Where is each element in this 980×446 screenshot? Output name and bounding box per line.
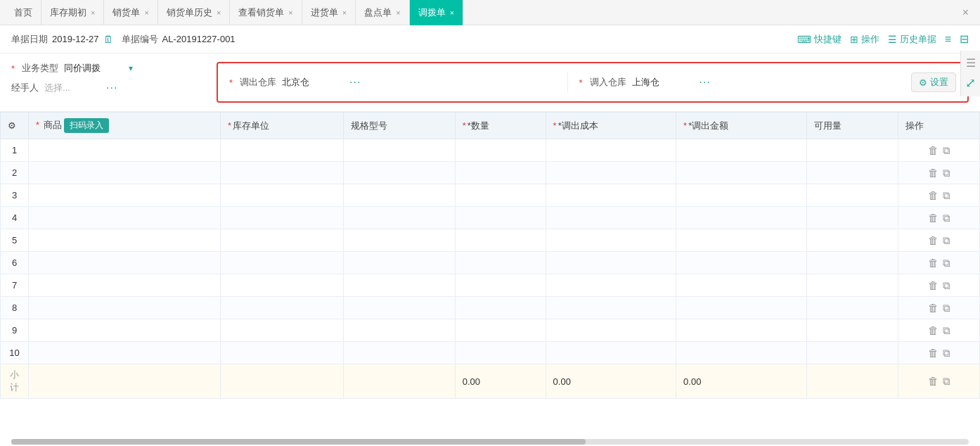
tab-purchase[interactable]: 进货单 × xyxy=(302,0,356,25)
cell-cost-6[interactable] xyxy=(546,252,676,274)
history-button[interactable]: ☰ 历史单据 xyxy=(888,33,936,46)
cell-unit-6[interactable] xyxy=(221,252,344,274)
cell-qty-7[interactable] xyxy=(455,274,546,297)
cell-amount-6[interactable] xyxy=(676,252,807,274)
horizontal-scrollbar[interactable] xyxy=(11,439,969,445)
layout-icon2[interactable]: ⊟ xyxy=(960,32,969,46)
copy-icon-sub[interactable]: ⧉ xyxy=(943,375,950,388)
close-all-tabs[interactable]: × xyxy=(957,6,974,19)
delete-icon-7[interactable]: 🗑 xyxy=(928,279,939,292)
layout-icon1[interactable]: ≡ xyxy=(945,33,951,46)
cell-cost-1[interactable] xyxy=(546,139,676,162)
cell-product-3[interactable] xyxy=(29,184,221,207)
cell-amount-9[interactable] xyxy=(676,319,807,342)
copy-icon-10[interactable]: ⧉ xyxy=(943,347,950,359)
cell-product-4[interactable] xyxy=(29,207,221,229)
cell-amount-7[interactable] xyxy=(676,274,807,297)
table-container[interactable]: ⚙ 商品 扫码录入 库存单位 规格型号 *数量 *调出成本 *调出金额 可用量 … xyxy=(0,112,980,438)
cell-spec-8[interactable] xyxy=(343,297,455,319)
cell-unit-8[interactable] xyxy=(221,297,344,319)
tab-stocktake[interactable]: 盘点单 × xyxy=(356,0,409,25)
cell-spec-9[interactable] xyxy=(343,319,455,342)
copy-icon-7[interactable]: ⧉ xyxy=(943,279,950,292)
cell-amount-3[interactable] xyxy=(676,184,807,207)
cell-available-5[interactable] xyxy=(806,229,898,252)
cell-product-5[interactable] xyxy=(29,229,221,252)
cell-available-3[interactable] xyxy=(806,184,898,207)
cell-product-2[interactable] xyxy=(29,162,221,184)
operations-button[interactable]: ⊞ 操作 xyxy=(850,33,879,46)
cell-qty-3[interactable] xyxy=(455,184,546,207)
cell-available-4[interactable] xyxy=(806,207,898,229)
cell-unit-4[interactable] xyxy=(221,207,344,229)
cell-spec-3[interactable] xyxy=(343,184,455,207)
cell-spec-5[interactable] xyxy=(343,229,455,252)
cell-qty-10[interactable] xyxy=(455,342,546,364)
handler-more-btn[interactable]: ··· xyxy=(106,82,117,94)
tab-transfer[interactable]: 调拨单 × xyxy=(410,0,463,25)
cell-available-7[interactable] xyxy=(806,274,898,297)
cell-unit-1[interactable] xyxy=(221,139,344,162)
cell-spec-1[interactable] xyxy=(343,139,455,162)
cell-cost-10[interactable] xyxy=(546,342,676,364)
delete-icon-3[interactable]: 🗑 xyxy=(928,189,939,202)
delete-icon-4[interactable]: 🗑 xyxy=(928,212,939,224)
copy-icon-9[interactable]: ⧉ xyxy=(943,324,950,337)
cell-available-6[interactable] xyxy=(806,252,898,274)
delete-icon-1[interactable]: 🗑 xyxy=(928,144,939,157)
close-tab-sales-history[interactable]: × xyxy=(217,8,221,17)
cell-unit-9[interactable] xyxy=(221,319,344,342)
business-type-dropdown[interactable]: ▾ xyxy=(129,63,133,73)
copy-icon-5[interactable]: ⧉ xyxy=(943,234,950,247)
settings-button[interactable]: ⚙ 设置 xyxy=(911,72,956,92)
close-tab-purchase[interactable]: × xyxy=(342,8,347,17)
delete-icon-2[interactable]: 🗑 xyxy=(928,167,939,179)
tab-view-sales[interactable]: 查看销货单 × xyxy=(230,0,302,25)
cell-cost-2[interactable] xyxy=(546,162,676,184)
handler-input[interactable]: 选择... xyxy=(44,82,101,94)
delete-icon-6[interactable]: 🗑 xyxy=(928,257,939,269)
calendar-icon[interactable]: 🗓 xyxy=(103,34,113,45)
cell-available-10[interactable] xyxy=(806,342,898,364)
cell-qty-8[interactable] xyxy=(455,297,546,319)
cell-spec-6[interactable] xyxy=(343,252,455,274)
business-type-value[interactable]: 同价调拨 xyxy=(64,62,120,75)
cell-product-10[interactable] xyxy=(29,342,221,364)
close-tab-view-sales[interactable]: × xyxy=(288,8,292,17)
side-list-icon[interactable]: ☰ xyxy=(966,56,976,70)
scan-input-btn[interactable]: 扫码录入 xyxy=(64,118,109,133)
cell-unit-7[interactable] xyxy=(221,274,344,297)
cell-cost-3[interactable] xyxy=(546,184,676,207)
cell-cost-7[interactable] xyxy=(546,274,676,297)
cell-available-9[interactable] xyxy=(806,319,898,342)
cell-cost-8[interactable] xyxy=(546,297,676,319)
side-expand-icon[interactable]: ⤢ xyxy=(965,75,976,91)
cell-unit-5[interactable] xyxy=(221,229,344,252)
cell-amount-5[interactable] xyxy=(676,229,807,252)
cell-product-9[interactable] xyxy=(29,319,221,342)
cell-amount-2[interactable] xyxy=(676,162,807,184)
cell-amount-10[interactable] xyxy=(676,342,807,364)
close-tab-inventory-init[interactable]: × xyxy=(91,8,95,17)
th-gear[interactable]: ⚙ xyxy=(1,113,29,139)
tab-home[interactable]: 首页 xyxy=(6,0,41,25)
delete-icon-8[interactable]: 🗑 xyxy=(928,302,939,314)
cell-product-6[interactable] xyxy=(29,252,221,274)
copy-icon-1[interactable]: ⧉ xyxy=(943,144,950,157)
cell-product-7[interactable] xyxy=(29,274,221,297)
cell-spec-4[interactable] xyxy=(343,207,455,229)
cell-unit-3[interactable] xyxy=(221,184,344,207)
delete-icon-10[interactable]: 🗑 xyxy=(928,347,939,359)
cell-qty-1[interactable] xyxy=(455,139,546,162)
cell-cost-4[interactable] xyxy=(546,207,676,229)
copy-icon-8[interactable]: ⧉ xyxy=(943,302,950,314)
delete-icon-sub[interactable]: 🗑 xyxy=(928,375,939,388)
close-tab-stocktake[interactable]: × xyxy=(396,8,400,17)
delete-icon-9[interactable]: 🗑 xyxy=(928,324,939,337)
cell-product-8[interactable] xyxy=(29,297,221,319)
target-warehouse-more[interactable]: ··· xyxy=(699,76,711,89)
copy-icon-6[interactable]: ⧉ xyxy=(943,257,950,269)
shortcut-button[interactable]: ⌨ 快捷键 xyxy=(797,33,842,46)
target-warehouse-value[interactable]: 上海仓 xyxy=(632,76,688,89)
cell-unit-10[interactable] xyxy=(221,342,344,364)
